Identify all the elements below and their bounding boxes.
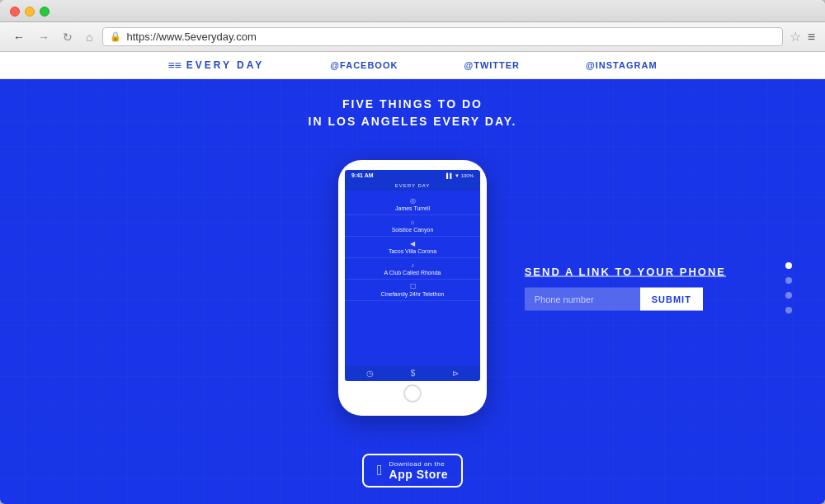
phone-input[interactable] xyxy=(525,288,640,311)
site-nav: ≡≡ EVERY DAY @FACEBOOK @TWITTER @INSTAGR… xyxy=(0,52,825,79)
status-icons: ▌▌ ▼ 100% xyxy=(446,173,474,178)
list-item: ◀ Tacos Villa Corona xyxy=(345,237,480,258)
facebook-link[interactable]: @FACEBOOK xyxy=(330,60,398,70)
url-text: https://www.5everyday.com xyxy=(126,31,775,43)
iphone-home-button[interactable] xyxy=(403,384,422,403)
pagination-dot-2[interactable] xyxy=(785,277,792,284)
send-link-title: SEND A LINK TO YOUR PHONE xyxy=(525,266,726,278)
submit-button[interactable]: SUBMIT xyxy=(640,288,703,311)
minimize-button[interactable] xyxy=(25,7,35,16)
pagination-dots xyxy=(785,262,792,313)
app-logo-small: EVERY DAY xyxy=(395,183,431,188)
item-icon-4: ♪ xyxy=(411,261,414,269)
app-store-label: App Store xyxy=(389,468,448,481)
pagination-dot-3[interactable] xyxy=(785,292,792,299)
appstore-section:  Download on the App Store xyxy=(362,454,463,488)
tab-icon-play: ⊳ xyxy=(452,369,459,378)
appstore-text-block: Download on the App Store xyxy=(389,460,448,481)
content-wrapper: FIVE THINGS TO DO IN LOS ANGELES EVERY D… xyxy=(0,79,825,504)
item-text-2: Solstice Canyon xyxy=(392,227,434,233)
list-item: ♪ A Club Called Rhonda xyxy=(345,258,480,280)
title-bar xyxy=(0,0,825,22)
item-icon-3: ◀ xyxy=(410,240,415,247)
headline-line1: FIVE THINGS TO DO xyxy=(342,97,483,111)
iphone-tab-bar: ◷ $ ⊳ xyxy=(345,365,480,381)
iphone-status-bar: 9:41 AM ▌▌ ▼ 100% xyxy=(345,170,480,181)
list-item: ◎ James Turrell xyxy=(345,194,480,215)
tab-icon-dollar: $ xyxy=(411,369,416,378)
list-item: ⌂ Solstice Canyon xyxy=(345,215,480,237)
iphone-app-header: EVERY DAY xyxy=(345,181,480,191)
site-logo: ≡≡ EVERY DAY xyxy=(167,59,264,72)
item-text-1: James Turrell xyxy=(395,205,430,211)
iphone-list: ◎ James Turrell ⌂ Solstice Canyon ◀ Taco… xyxy=(345,191,480,365)
item-icon-1: ◎ xyxy=(410,197,416,205)
status-time: 9:41 AM xyxy=(351,172,374,178)
bookmark-button[interactable]: ☆ xyxy=(790,29,801,45)
pagination-dot-1[interactable] xyxy=(785,262,792,269)
send-link-section: SEND A LINK TO YOUR PHONE SUBMIT xyxy=(525,266,726,311)
refresh-button[interactable]: ↻ xyxy=(59,29,76,45)
phone-form: SUBMIT xyxy=(525,288,726,311)
forward-button[interactable]: → xyxy=(35,29,53,45)
tab-icon-clock: ◷ xyxy=(366,369,374,378)
main-content: FIVE THINGS TO DO IN LOS ANGELES EVERY D… xyxy=(0,79,825,504)
list-item: ☐ Cinefamily 24hr Telethon xyxy=(345,280,480,301)
item-icon-2: ⌂ xyxy=(411,219,415,226)
download-on-text: Download on the xyxy=(389,460,446,468)
back-button[interactable]: ← xyxy=(10,29,28,45)
iphone-screen: 9:41 AM ▌▌ ▼ 100% EVERY DAY ◎ James Turr… xyxy=(345,170,480,381)
item-icon-5: ☐ xyxy=(410,283,416,290)
close-button[interactable] xyxy=(10,7,20,16)
pagination-dot-4[interactable] xyxy=(785,307,792,313)
nav-bar: ← → ↻ ⌂ 🔒 https://www.5everyday.com ☆ ≡ xyxy=(0,22,825,52)
logo-icon: ≡≡ xyxy=(167,59,181,72)
apple-icon:  xyxy=(377,462,383,479)
item-text-3: Tacos Villa Corona xyxy=(389,248,436,254)
address-bar[interactable]: 🔒 https://www.5everyday.com xyxy=(102,27,782,46)
appstore-button[interactable]:  Download on the App Store xyxy=(362,454,463,488)
item-text-5: Cinefamily 24hr Telethon xyxy=(381,291,445,297)
twitter-link[interactable]: @TWITTER xyxy=(464,60,520,70)
browser-window: ← → ↻ ⌂ 🔒 https://www.5everyday.com ☆ ≡ … xyxy=(0,0,825,504)
maximize-button[interactable] xyxy=(40,7,50,16)
ssl-icon: 🔒 xyxy=(110,31,121,42)
traffic-lights xyxy=(10,7,50,16)
item-text-4: A Club Called Rhonda xyxy=(384,270,441,276)
iphone-mockup: 9:41 AM ▌▌ ▼ 100% EVERY DAY ◎ James Turr… xyxy=(338,160,487,416)
menu-button[interactable]: ≡ xyxy=(808,30,815,45)
instagram-link[interactable]: @INSTAGRAM xyxy=(586,60,658,70)
center-section: 9:41 AM ▌▌ ▼ 100% EVERY DAY ◎ James Turr… xyxy=(0,122,825,454)
logo-text: EVERY DAY xyxy=(186,59,265,71)
home-button[interactable]: ⌂ xyxy=(82,29,96,45)
